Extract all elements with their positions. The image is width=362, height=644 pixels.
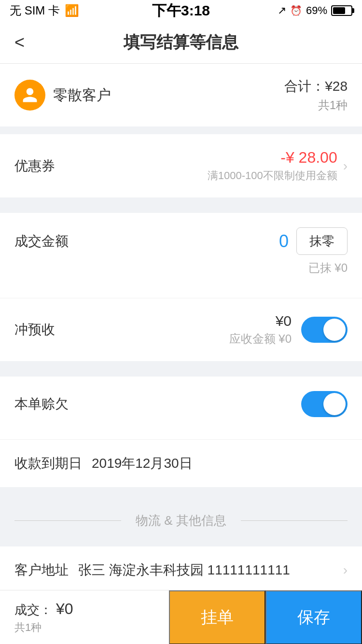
customer-summary: 合计：¥28 共1种 <box>284 77 348 113</box>
duedate-label: 收款到期日 <box>14 454 82 473</box>
round-button[interactable]: 抹零 <box>296 227 348 255</box>
already-rounded-row: 已抹 ¥0 <box>14 260 348 276</box>
customer-name: 零散客户 <box>53 85 111 105</box>
status-bar: 无 SIM 卡 📶 下午3:18 ↗ ⏰ 69% <box>0 0 362 21</box>
duedate-section: 收款到期日 2019年12月30日 <box>0 439 362 487</box>
logistics-divider: 物流 & 其他信息 <box>0 503 362 539</box>
separator-1 <box>0 205 362 213</box>
address-section[interactable]: 客户地址 张三 海淀永丰科技园 11111111111 › <box>0 546 362 594</box>
divider-line-right <box>241 520 348 521</box>
transaction-row: 成交金额 0 抹零 <box>14 227 348 255</box>
coupon-section[interactable]: 优惠券 -¥ 28.00 满1000-100不限制使用金额 › <box>0 134 362 197</box>
nav-bar: < 填写结算等信息 <box>0 21 362 64</box>
address-label: 客户地址 <box>14 561 69 579</box>
coupon-value-container: -¥ 28.00 满1000-100不限制使用金额 <box>208 149 337 183</box>
bottom-bar: 成交： ¥0 共1种 挂单 保存 <box>0 590 362 644</box>
customer-row: 零散客户 合计：¥28 共1种 <box>0 64 362 126</box>
prepay-toggle[interactable] <box>301 317 348 343</box>
bottom-summary: 成交： ¥0 共1种 <box>0 600 169 635</box>
duedate-value[interactable]: 2019年12月30日 <box>92 454 193 473</box>
user-icon <box>21 86 39 104</box>
address-chevron-icon: › <box>343 562 348 578</box>
debt-section: 本单赊欠 收款到期日 2019年12月30日 <box>0 377 362 487</box>
prepay-label: 冲预收 <box>14 321 55 339</box>
customer-section: 零散客户 合计：¥28 共1种 <box>0 64 362 126</box>
debt-toggle[interactable] <box>301 391 348 417</box>
already-rounded-text: 已抹 ¥0 <box>308 261 348 274</box>
back-button[interactable]: < <box>14 32 25 53</box>
transaction-amount[interactable]: 0 <box>260 231 289 252</box>
prepay-receivable: 应收金额 ¥0 <box>229 331 292 347</box>
prepay-section: 冲预收 ¥0 应收金额 ¥0 <box>0 298 362 361</box>
transaction-label: 成交金额 <box>14 232 69 251</box>
carrier-text: 无 SIM 卡 <box>10 3 60 18</box>
deal-label: 成交： <box>14 602 52 618</box>
customer-count: 共1种 <box>284 98 348 113</box>
transaction-section: 成交金额 0 抹零 已抹 ¥0 <box>0 213 362 290</box>
coupon-desc: 满1000-100不限制使用金额 <box>208 168 337 183</box>
bottom-count: 共1种 <box>14 620 169 635</box>
customer-total: 合计：¥28 <box>284 77 348 96</box>
wifi-icon: 📶 <box>65 4 79 17</box>
debt-toggle-knob <box>323 393 346 415</box>
coupon-chevron-icon: › <box>343 158 348 174</box>
battery-icon <box>331 5 352 16</box>
toggle-knob <box>323 319 346 341</box>
coupon-right: -¥ 28.00 满1000-100不限制使用金额 › <box>208 149 348 183</box>
duedate-row: 收款到期日 2019年12月30日 <box>14 454 348 473</box>
save-button[interactable]: 保存 <box>265 590 362 644</box>
prepay-amount: ¥0 <box>229 313 292 329</box>
status-right: ↗ ⏰ 69% <box>278 4 352 17</box>
address-value: 张三 海淀永丰科技园 11111111111 <box>78 561 338 579</box>
customer-avatar <box>14 80 45 111</box>
customer-left: 零散客户 <box>14 80 111 111</box>
coupon-label: 优惠券 <box>14 157 55 175</box>
location-icon: ↗ <box>278 4 286 17</box>
logistics-label: 物流 & 其他信息 <box>136 512 226 529</box>
battery-text: 69% <box>306 4 327 17</box>
separator-3 <box>0 495 362 503</box>
divider-line-left <box>14 520 121 521</box>
transaction-prepay-section: 成交金额 0 抹零 已抹 ¥0 冲预收 ¥0 应收金额 ¥0 <box>0 213 362 361</box>
content-area: 零散客户 合计：¥28 共1种 优惠券 -¥ 28.00 满1000-100不限… <box>0 64 362 644</box>
coupon-amount: -¥ 28.00 <box>208 149 337 167</box>
debt-label: 本单赊欠 <box>14 395 69 413</box>
prepay-values: ¥0 应收金额 ¥0 <box>229 313 292 347</box>
status-left: 无 SIM 卡 📶 <box>10 3 79 18</box>
debt-row: 本单赊欠 <box>0 377 362 432</box>
status-time: 下午3:18 <box>152 1 210 21</box>
bottom-deal-row: 成交： ¥0 <box>14 600 169 618</box>
prepay-row: 冲预收 ¥0 应收金额 ¥0 <box>14 313 348 347</box>
transaction-input-area: 0 抹零 <box>260 227 348 255</box>
alarm-icon: ⏰ <box>290 5 302 16</box>
pending-button[interactable]: 挂单 <box>169 590 265 644</box>
separator-2 <box>0 369 362 377</box>
page-title: 填写结算等信息 <box>124 31 238 54</box>
coupon-row[interactable]: 优惠券 -¥ 28.00 满1000-100不限制使用金额 › <box>0 134 362 197</box>
prepay-right: ¥0 应收金额 ¥0 <box>229 313 348 347</box>
deal-amount: ¥0 <box>56 600 73 618</box>
